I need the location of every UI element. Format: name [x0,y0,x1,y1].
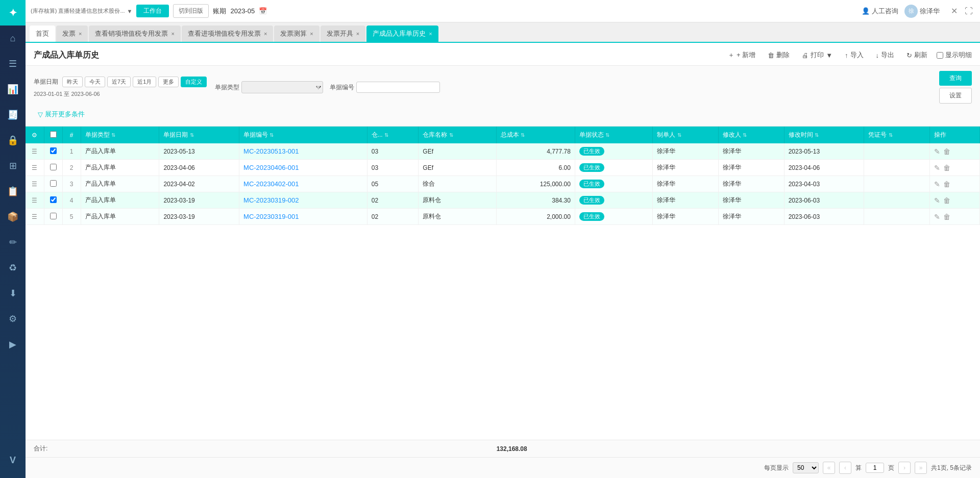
show-detail-checkbox[interactable] [937,52,943,59]
select-all-checkbox[interactable] [50,131,57,138]
sidebar-item-report[interactable]: 📋 [0,179,26,204]
page-input[interactable] [866,463,884,473]
new-button[interactable]: ＋ + 新增 [725,49,758,61]
row-checkbox-2[interactable] [44,176,62,192]
row-doc-num-3[interactable]: MC-20230319-002 [239,192,368,209]
tab-invoice-calc-close[interactable]: × [310,31,313,37]
th-warehouse-code[interactable]: 仓... ⇅ [367,127,419,143]
tab-home[interactable]: 首页 [30,26,55,42]
refresh-button[interactable]: ↻ 刷新 [903,49,930,61]
th-modify-time[interactable]: 修改时间 ⇅ [784,127,864,143]
row-settings-1[interactable]: ☰ [26,160,44,176]
doc-num-link-1[interactable]: MC-20230406-001 [243,164,299,171]
doc-num-link-2[interactable]: MC-20230402-001 [243,180,299,188]
th-settings[interactable]: ⚙ [26,127,44,143]
doc-num-link-4[interactable]: MC-20230319-001 [243,213,299,220]
date-today-btn[interactable]: 今天 [85,77,105,87]
th-doc-status[interactable]: 单据状态 ⇅ [575,127,653,143]
company-dropdown-icon[interactable]: ▼ [127,8,133,14]
row-delete-icon-1[interactable]: 🗑 [943,164,950,172]
calendar-icon[interactable]: 📅 [259,7,267,15]
show-detail-toggle[interactable]: 显示明细 [937,51,972,60]
table-row[interactable]: ☰ 3 产品入库单 2023-04-02 MC-20230402-001 05 … [26,176,980,192]
query-button[interactable]: 查询 [939,71,972,86]
date-7days-btn[interactable]: 近7天 [107,77,131,87]
row-doc-num-2[interactable]: MC-20230402-001 [239,176,368,192]
table-row[interactable]: ☰ 1 产品入库单 2023-05-13 MC-20230513-001 03 … [26,143,980,160]
sidebar-item-warehouse[interactable]: 📦 [0,204,26,230]
last-page-btn[interactable]: » [915,462,927,474]
maximize-button[interactable]: ⛶ [963,6,975,17]
per-page-select[interactable]: 50 100 [793,462,819,473]
workbench-button[interactable]: 工作台 [136,5,169,17]
row-checkbox-0[interactable] [44,143,62,160]
doc-num-link-3[interactable]: MC-20230319-002 [243,196,299,204]
tab-invoice-close[interactable]: × [79,31,82,37]
tab-invoice-open-close[interactable]: × [356,31,359,37]
sidebar-item-play[interactable]: ▶ [0,332,26,357]
sidebar-item-home[interactable]: ⌂ [0,26,26,51]
row-checkbox-input-4[interactable] [50,213,57,219]
sidebar-item-chart[interactable]: 📊 [0,77,26,102]
tab-check-purchase[interactable]: 查看进项增值税专用发票 × [182,26,273,42]
row-edit-icon-1[interactable]: ✎ [934,164,940,172]
th-doc-num[interactable]: 单据编号 ⇅ [239,127,368,143]
row-settings-2[interactable]: ☰ [26,176,44,192]
tab-check-sales-close[interactable]: × [171,31,174,37]
doc-type-select[interactable] [241,81,323,93]
row-delete-icon-0[interactable]: 🗑 [943,147,950,156]
tab-invoice[interactable]: 发票 × [56,26,88,42]
sidebar-item-grid[interactable]: ⊞ [0,153,26,179]
expand-filter-btn[interactable]: ▽ 展开更多条件 [34,108,89,121]
export-button[interactable]: ↓ 导出 [873,49,898,61]
row-delete-icon-3[interactable]: 🗑 [943,196,950,205]
print-button[interactable]: 🖨 打印 ▼ [799,49,836,61]
tab-product-history-close[interactable]: × [429,31,432,37]
next-page-btn[interactable]: › [898,462,911,474]
tab-invoice-open[interactable]: 发票开具 × [321,26,365,42]
row-edit-icon-2[interactable]: ✎ [934,180,940,188]
row-doc-num-4[interactable]: MC-20230319-001 [239,209,368,225]
row-checkbox-4[interactable] [44,209,62,225]
th-warehouse-name[interactable]: 仓库名称 ⇅ [419,127,497,143]
prev-page-btn[interactable]: ‹ [839,462,851,474]
doc-num-input[interactable] [356,82,440,93]
row-doc-num-0[interactable]: MC-20230513-001 [239,143,368,160]
sidebar-item-invoice[interactable]: 🧾 [0,102,26,128]
minimize-button[interactable]: ✕ [949,5,960,17]
th-doc-date[interactable]: 单据日期 ⇅ [159,127,239,143]
sidebar-item-v[interactable]: V [0,447,26,473]
row-edit-icon-0[interactable]: ✎ [934,147,940,156]
tab-check-sales[interactable]: 查看销项增值税专用发票 × [89,26,180,42]
doc-num-link-0[interactable]: MC-20230513-001 [243,147,299,155]
row-checkbox-input-0[interactable] [50,147,57,154]
row-settings-4[interactable]: ☰ [26,209,44,225]
tab-product-history[interactable]: 产成品入库单历史 × [366,26,438,42]
th-total-cost[interactable]: 总成本 ⇅ [496,127,575,143]
row-checkbox-3[interactable] [44,192,62,209]
delete-button[interactable]: 🗑 删除 [765,49,793,61]
tab-check-purchase-close[interactable]: × [264,31,267,37]
date-yesterday-btn[interactable]: 昨天 [62,77,83,87]
row-doc-num-1[interactable]: MC-20230406-001 [239,160,368,176]
date-custom-btn[interactable]: 自定义 [181,77,207,87]
switch-version-button[interactable]: 切到旧版 [173,4,209,18]
user-profile[interactable]: 徐 徐泽华 [904,5,940,18]
row-edit-icon-4[interactable]: ✎ [934,213,940,221]
row-checkbox-input-3[interactable] [50,196,57,203]
row-delete-icon-2[interactable]: 🗑 [943,180,950,188]
import-button[interactable]: ↑ 导入 [842,49,867,61]
th-doc-type[interactable]: 单据类型 ⇅ [81,127,159,143]
set-button[interactable]: 设置 [939,88,972,104]
table-row[interactable]: ☰ 2 产品入库单 2023-04-06 MC-20230406-001 03 … [26,160,980,176]
sidebar-item-settings[interactable]: ⚙ [0,306,26,332]
row-edit-icon-3[interactable]: ✎ [934,196,940,205]
th-modifier[interactable]: 修改人 ⇅ [719,127,785,143]
first-page-btn[interactable]: « [823,462,835,474]
row-checkbox-input-1[interactable] [50,164,57,170]
table-row[interactable]: ☰ 4 产品入库单 2023-03-19 MC-20230319-002 02 … [26,192,980,209]
date-more-btn[interactable]: 更多 [158,77,179,87]
th-checkbox[interactable] [44,127,62,143]
row-checkbox-1[interactable] [44,160,62,176]
sidebar-item-stamp[interactable]: ✏ [0,230,26,255]
